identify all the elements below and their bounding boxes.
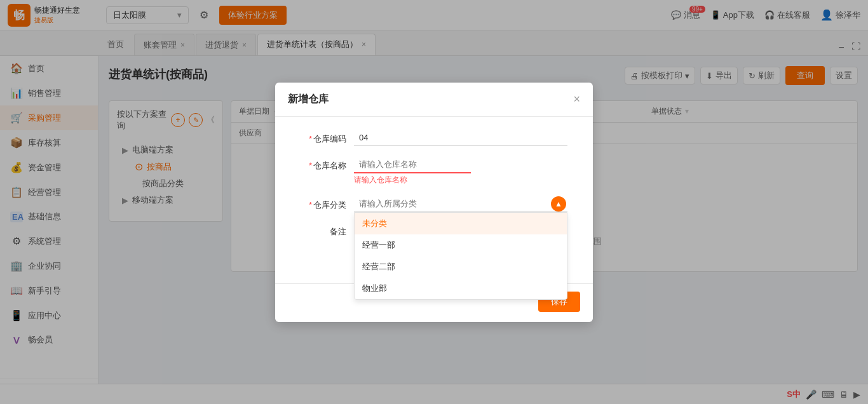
- modal-close-icon[interactable]: ×: [573, 93, 580, 106]
- category-input[interactable]: [354, 196, 567, 212]
- form-row-name: 仓库名称 请输入仓库名称: [301, 156, 567, 185]
- modal-overlay: 新增仓库 × 仓库编码 仓库名称 请输入仓库名称 仓库分类: [0, 0, 868, 404]
- new-warehouse-modal: 新增仓库 × 仓库编码 仓库名称 请输入仓库名称 仓库分类: [275, 83, 593, 322]
- category-arrow-btn[interactable]: ▲: [551, 196, 566, 212]
- name-error-msg: 请输入仓库名称: [354, 175, 407, 184]
- category-dropdown: 未分类 经营一部 经营二部 物业部: [354, 212, 567, 300]
- dropdown-option-property[interactable]: 物业部: [355, 278, 567, 299]
- dropdown-option-uncategorized[interactable]: 未分类: [355, 213, 567, 234]
- code-input[interactable]: [354, 130, 567, 146]
- name-error-row: 请输入仓库名称: [301, 175, 407, 185]
- name-label: 仓库名称: [301, 156, 346, 173]
- modal-title: 新增仓库: [288, 93, 329, 106]
- form-row-name-inner: 仓库名称: [301, 156, 471, 173]
- dropdown-option-ops2[interactable]: 经营二部: [355, 256, 567, 278]
- name-input[interactable]: [354, 156, 471, 173]
- modal-body: 仓库编码 仓库名称 请输入仓库名称 仓库分类 ▲: [275, 117, 593, 283]
- category-label: 仓库分类: [301, 196, 346, 211]
- dropdown-option-ops1[interactable]: 经营一部: [355, 234, 567, 256]
- form-row-category: 仓库分类 ▲ 未分类 经营一部 经营二部 物业部: [301, 196, 567, 212]
- modal-header: 新增仓库 ×: [275, 83, 593, 117]
- form-row-code: 仓库编码: [301, 130, 567, 146]
- code-label: 仓库编码: [301, 130, 346, 145]
- remark-label: 备注: [301, 222, 346, 238]
- category-select-wrap: ▲ 未分类 经营一部 经营二部 物业部: [354, 196, 567, 212]
